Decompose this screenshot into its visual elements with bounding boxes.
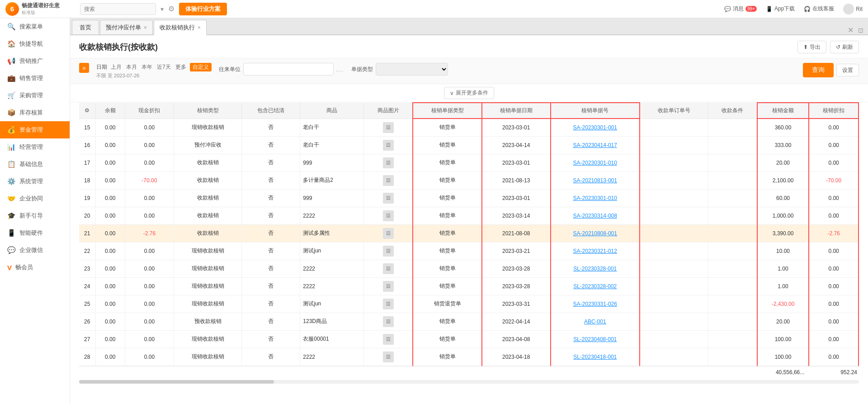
sidebar-item-basic-info[interactable]: 📋 基础信息 — [0, 156, 70, 173]
cell-verify-doc-no[interactable]: SL-20230328-001 — [551, 260, 640, 277]
notification-btn[interactable]: 💬 消息 99+ — [724, 5, 757, 13]
cell-receipt-order — [640, 136, 708, 154]
sidebar-item-enterprise-collab[interactable]: 🤝 企业协同 — [0, 190, 70, 207]
sales-icon: 💼 — [7, 74, 16, 82]
maximize-btn[interactable]: ⊡ — [858, 27, 863, 34]
this-year-btn[interactable]: 本年 — [141, 63, 153, 71]
cell-balance: 0.00 — [95, 348, 125, 366]
cell-cash-discount: 0.00 — [125, 154, 174, 171]
sidebar-item-sys-mgmt[interactable]: ⚙️ 系统管理 — [0, 173, 70, 190]
sidebar-item-search[interactable]: 🔍 搜索菜单 — [0, 18, 70, 35]
col-header-settings[interactable]: ⚙ — [79, 103, 95, 119]
cell-verify-discount: 0.00 — [809, 295, 859, 313]
cell-cash-discount: 0.00 — [125, 313, 174, 330]
sidebar-item-capital[interactable]: 💰 资金管理 — [0, 121, 70, 138]
cell-included: 否 — [242, 154, 300, 171]
cell-balance: 0.00 — [95, 154, 125, 171]
receipt-tab-close[interactable]: × — [198, 24, 201, 31]
cell-verify-amount: 1.00 — [757, 277, 809, 295]
cell-verify-discount: -70.00 — [809, 171, 859, 189]
settings-btn[interactable]: 设置 — [836, 64, 859, 76]
custom-date-btn[interactable]: 自定义 — [190, 63, 212, 71]
cell-goods-img: 🖼 — [364, 313, 413, 330]
cell-verify-type: 收款核销 — [174, 224, 241, 242]
cell-verify-doc-type: 销货单 — [413, 313, 481, 330]
tab-prepay[interactable]: 预付冲应付单 × — [100, 20, 153, 34]
sidebar-item-sales[interactable]: 💼 销售管理 — [0, 70, 70, 87]
marketing-icon: 📢 — [7, 57, 16, 65]
sidebar-item-smart-hw[interactable]: 📱 智能硬件 — [0, 224, 70, 242]
filter-expand-btn[interactable]: » — [79, 63, 89, 73]
cell-balance: 0.00 — [95, 277, 125, 295]
from-unit-input[interactable] — [243, 63, 334, 76]
message-icon: 💬 — [724, 6, 731, 12]
cell-receipt-order — [640, 260, 708, 277]
cell-goods: 2222 — [300, 260, 364, 277]
sidebar-item-operations[interactable]: 📊 经营管理 — [0, 138, 70, 156]
settings-gear-btn[interactable]: ⚙ — [168, 5, 175, 13]
cell-verify-doc-no[interactable]: SA-20230314-008 — [551, 207, 640, 224]
sidebar-item-newbie[interactable]: 🎓 新手引导 — [0, 207, 70, 224]
query-btn[interactable]: 查询 — [803, 63, 834, 77]
tab-receipt[interactable]: 收款核销执行 × — [154, 20, 207, 35]
industry-solution-btn[interactable]: 体验行业方案 — [179, 3, 227, 15]
sidebar-item-purchase[interactable]: 🛒 采购管理 — [0, 87, 70, 104]
more-date-btn[interactable]: 更多 — [175, 63, 187, 71]
user-name: Rit — [856, 6, 863, 12]
cell-verify-type: 预付冲应收 — [174, 136, 241, 154]
close-window-btn[interactable]: ✕ — [848, 26, 854, 34]
cell-receipt-condition — [708, 207, 757, 224]
cell-verify-date: 2022-04-14 — [482, 313, 551, 330]
sidebar-item-quick-nav[interactable]: 🏠 快捷导航 — [0, 35, 70, 52]
cell-verify-doc-no[interactable]: SA-20230301-001 — [551, 119, 640, 136]
cell-rownum: 26 — [79, 313, 95, 330]
cell-verify-doc-type: 销货单 — [413, 119, 481, 136]
cell-receipt-condition — [708, 171, 757, 189]
cell-goods-img: 🖼 — [364, 224, 413, 242]
cell-verify-doc-no[interactable]: SA-20230414-017 — [551, 136, 640, 154]
table-settings-icon[interactable]: ⚙ — [85, 107, 90, 114]
scrollbar-thumb[interactable] — [79, 380, 274, 384]
sidebar-item-vip[interactable]: V 畅会员 — [0, 259, 70, 276]
horizontal-scrollbar[interactable] — [79, 380, 859, 384]
refresh-btn[interactable]: ↺ 刷新 — [830, 41, 859, 53]
dropdown-btn[interactable]: ▾ — [160, 5, 164, 13]
sidebar-item-enterprise-wx[interactable]: 💬 企业微信 — [0, 242, 70, 259]
cell-verify-doc-no[interactable]: SL-20230328-002 — [551, 277, 640, 295]
cell-rownum: 17 — [79, 154, 95, 171]
cell-verify-amount: 360.00 — [757, 119, 809, 136]
online-service-btn[interactable]: 🎧 在线客服 — [804, 5, 834, 13]
app-download-btn[interactable]: 📱 App下载 — [766, 5, 795, 13]
expand-more-btn[interactable]: ∨ 展开更多条件 — [444, 87, 494, 99]
home-icon: 🏠 — [7, 40, 16, 48]
this-month-btn[interactable]: 本月 — [125, 63, 138, 71]
top-search-input[interactable] — [80, 3, 156, 15]
cell-verify-doc-no[interactable]: SA-20230301-010 — [551, 154, 640, 171]
cell-verify-doc-no[interactable]: SA-20230321-012 — [551, 242, 640, 260]
col-header-verify-doc-no: 核销单据号 — [551, 103, 640, 119]
user-avatar[interactable]: Rit — [843, 4, 863, 14]
cell-cash-discount: -2.76 — [125, 224, 174, 242]
cell-verify-doc-no[interactable]: SL-20230418-001 — [551, 348, 640, 366]
cell-verify-discount: 0.00 — [809, 136, 859, 154]
receipt-type-select[interactable] — [376, 63, 448, 76]
cell-verify-doc-no[interactable]: SA-20210808-001 — [551, 224, 640, 242]
cell-verify-discount: 0.00 — [809, 313, 859, 330]
cell-verify-amount: 60.00 — [757, 189, 809, 207]
cell-cash-discount: 0.00 — [125, 119, 174, 136]
cell-verify-doc-no[interactable]: ABC-001 — [551, 313, 640, 330]
cell-verify-doc-no[interactable]: SA-20230301-010 — [551, 189, 640, 207]
last-7days-btn[interactable]: 近7天 — [156, 63, 172, 71]
cell-verify-doc-no[interactable]: SA-20210813-001 — [551, 171, 640, 189]
export-btn[interactable]: ⬆ 导出 — [797, 41, 826, 53]
cell-verify-doc-no[interactable]: SA-20230331-026 — [551, 295, 640, 313]
cell-included: 否 — [242, 136, 300, 154]
cell-verify-doc-type: 销货单 — [413, 171, 481, 189]
tab-home[interactable]: 首页 — [72, 20, 99, 34]
sidebar-item-inventory[interactable]: 📦 库存核算 — [0, 104, 70, 121]
cell-included: 否 — [242, 242, 300, 260]
cell-verify-doc-no[interactable]: SL-20230408-001 — [551, 330, 640, 348]
sidebar-item-marketing[interactable]: 📢 营销推广 — [0, 52, 70, 70]
last-month-btn[interactable]: 上月 — [110, 63, 123, 71]
prepay-tab-close[interactable]: × — [144, 24, 147, 31]
